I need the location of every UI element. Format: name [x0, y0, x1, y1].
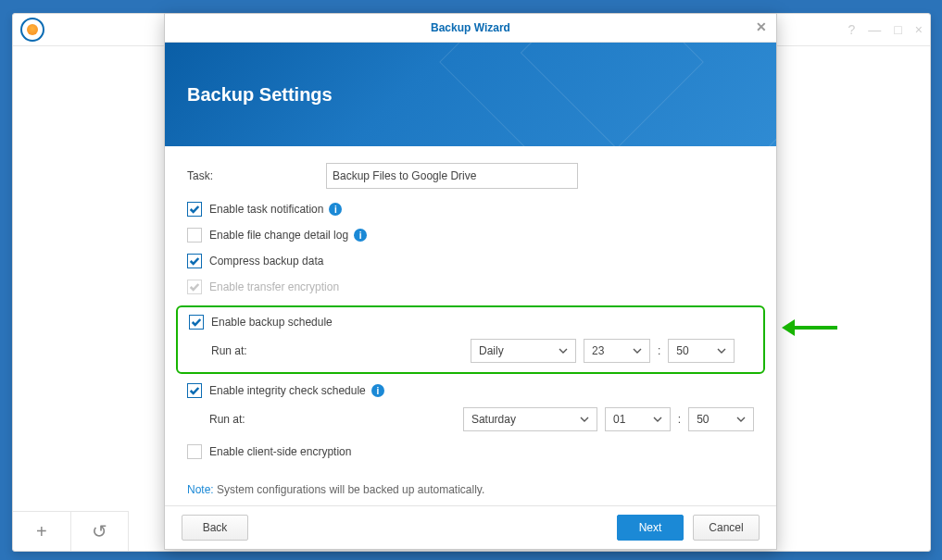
enable-schedule-checkbox[interactable] [189, 315, 204, 330]
schedule-runat-label: Run at: [211, 344, 471, 357]
annotation-arrow [782, 319, 837, 336]
integrity-runat-label: Run at: [209, 413, 463, 426]
info-icon[interactable]: i [329, 203, 342, 216]
enable-schedule-label: Enable backup schedule [211, 316, 333, 329]
compress-label: Compress backup data [209, 255, 323, 268]
history-icon: ↺ [92, 520, 107, 542]
transfer-encryption-checkbox [187, 280, 202, 294]
cancel-button[interactable]: Cancel [693, 515, 760, 541]
schedule-hour-select[interactable]: 23 [584, 339, 650, 363]
transfer-encryption-label: Enable transfer encryption [209, 280, 339, 293]
schedule-highlight-box: Enable backup schedule Run at: Daily 23 … [176, 305, 765, 374]
chevron-down-icon [559, 348, 568, 354]
integrity-day-value: Saturday [471, 413, 516, 426]
add-button[interactable]: + [13, 512, 71, 551]
chevron-down-icon [580, 417, 589, 422]
chevron-down-icon [717, 348, 726, 354]
modal-title: Backup Wizard [431, 21, 510, 34]
modal-titlebar: Backup Wizard ✕ [165, 14, 776, 43]
schedule-frequency-select[interactable]: Daily [471, 339, 576, 363]
history-button[interactable]: ↺ [71, 512, 129, 551]
app-toolbar: + ↺ [13, 511, 129, 551]
backup-wizard-modal: Backup Wizard ✕ Backup Settings Task: En… [164, 13, 777, 550]
note-prefix: Note: [187, 483, 214, 496]
compress-checkbox[interactable] [187, 254, 202, 268]
app-logo [20, 18, 44, 42]
schedule-minute-select[interactable]: 50 [668, 339, 735, 363]
time-separator: : [658, 344, 660, 357]
note-body: System configurations will be backed up … [214, 483, 485, 496]
enable-filelog-checkbox[interactable] [187, 228, 202, 243]
client-encryption-label: Enable client-side encryption [209, 445, 351, 458]
help-icon[interactable]: ? [848, 22, 856, 37]
enable-notification-label: Enable task notification [209, 203, 323, 216]
enable-integrity-label: Enable integrity check schedule [209, 384, 366, 397]
banner-title: Backup Settings [187, 84, 333, 106]
task-label: Task: [187, 169, 326, 182]
time-separator: : [678, 413, 681, 426]
plus-icon: + [36, 521, 47, 542]
schedule-minute-value: 50 [676, 344, 688, 357]
integrity-minute-select[interactable]: 50 [688, 407, 754, 431]
integrity-minute-value: 50 [697, 413, 709, 426]
enable-integrity-checkbox[interactable] [187, 383, 202, 398]
modal-footer: Back Next Cancel [165, 505, 776, 549]
info-icon[interactable]: i [371, 384, 384, 397]
next-button[interactable]: Next [617, 515, 684, 541]
minimize-icon[interactable]: — [868, 22, 881, 37]
task-name-input[interactable] [326, 163, 578, 189]
client-encryption-checkbox[interactable] [187, 444, 202, 459]
back-button-label: Back [203, 521, 228, 534]
info-icon[interactable]: i [354, 229, 367, 242]
next-button-label: Next [639, 521, 662, 534]
integrity-hour-select[interactable]: 01 [605, 407, 671, 431]
cancel-button-label: Cancel [709, 521, 743, 534]
chevron-down-icon [633, 348, 642, 354]
schedule-hour-value: 23 [592, 344, 604, 357]
schedule-frequency-value: Daily [479, 344, 504, 357]
integrity-hour-value: 01 [613, 413, 625, 426]
chevron-down-icon [653, 417, 662, 422]
close-icon[interactable]: × [915, 22, 923, 37]
enable-filelog-label: Enable file change detail log [209, 229, 348, 242]
modal-banner: Backup Settings [165, 43, 776, 146]
note-text: Note: System configurations will be back… [187, 483, 754, 496]
back-button[interactable]: Back [182, 515, 248, 541]
chevron-down-icon [736, 417, 746, 422]
modal-close-icon[interactable]: ✕ [756, 19, 767, 34]
enable-notification-checkbox[interactable] [187, 202, 202, 217]
integrity-day-select[interactable]: Saturday [463, 407, 597, 431]
maximize-icon[interactable]: □ [894, 22, 901, 37]
